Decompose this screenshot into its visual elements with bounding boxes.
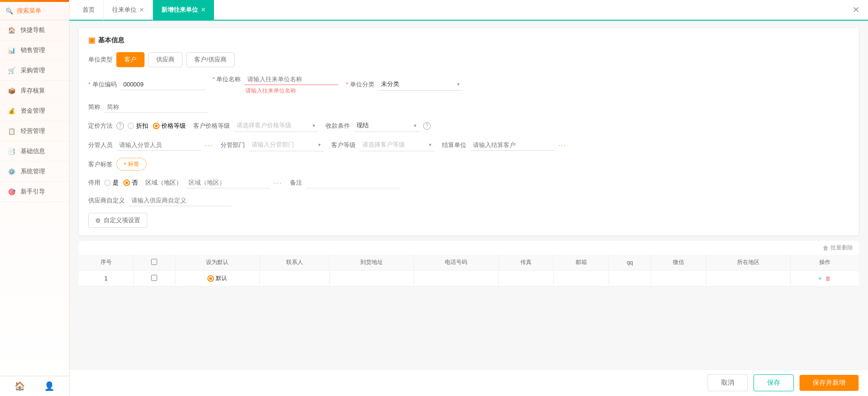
card-title: ▣ 基本信息 [88, 36, 849, 45]
pricing-label: 定价方法 [88, 122, 113, 130]
sidebar-item-guide[interactable]: 🎯新手引导 [0, 182, 69, 202]
manager-more-btn[interactable]: ··· [205, 141, 213, 149]
sidebar-label-purchase: 采购管理 [21, 66, 45, 75]
disabled-radio-group: 是 否 [104, 179, 138, 187]
disabled-no-radio[interactable] [123, 179, 130, 186]
pricing-level-label: 价格等级 [161, 122, 186, 130]
sidebar-search[interactable]: 🔍 搜索菜单 [0, 2, 69, 20]
region-more-btn[interactable]: ··· [274, 179, 282, 186]
sidebar-label-sales: 销售管理 [21, 46, 45, 54]
del-contact-btn[interactable]: 🗑 [825, 275, 831, 282]
category-select[interactable]: 未分类 ▾ [378, 78, 463, 91]
save-button[interactable]: 保存 [754, 374, 794, 391]
tab-bar: 首页往来单位✕新增往来单位✕ ✕ [69, 0, 868, 21]
disabled-row: 停用 是 否 区域（地区） ··· [88, 177, 849, 188]
pricing-level-option[interactable]: 价格等级 [153, 122, 186, 130]
supplier-custom-group: 供应商自定义 [88, 195, 232, 206]
row-checkbox[interactable] [151, 275, 157, 281]
sidebar-item-quick-nav[interactable]: 🏠快捷导航 [0, 20, 69, 40]
table-cell-0-0: 1 [79, 271, 133, 287]
disabled-yes-radio[interactable] [104, 179, 111, 186]
manager-input[interactable] [116, 140, 201, 151]
tab-close-new-contact[interactable]: ✕ [201, 7, 206, 13]
disabled-label: 停用 [88, 179, 100, 187]
add-contact-btn[interactable]: + [818, 275, 822, 282]
settlement-input[interactable] [470, 140, 555, 151]
footer: 取消 保存 保存并新增 [69, 369, 868, 396]
sidebar-label-system: 系统管理 [21, 167, 45, 176]
unit-type-group: 单位类型 客户 供应商 客户/供应商 [88, 52, 235, 67]
customer-price-select[interactable]: 请选择客户价格等级 ▾ [234, 119, 318, 132]
sidebar-item-purchase[interactable]: 🛒采购管理 [0, 61, 69, 81]
name-label: 单位名称 [213, 75, 241, 84]
table-cell-0-2: 默认 [175, 271, 259, 287]
table-header-5: 电话号码 [414, 255, 498, 271]
dept-placeholder: 请输入分管部门 [251, 140, 294, 149]
region-input[interactable] [186, 177, 270, 188]
table-header-row: 序号设为默认联系人到货地址电话号码传真邮箱qq微信所在地区操作 [79, 255, 859, 271]
sidebar-label-basic-info: 基础信息 [21, 147, 45, 155]
short-name-input[interactable] [104, 101, 207, 113]
customer-level-select[interactable]: 请选择客户等级 ▾ [359, 139, 434, 151]
tab-contacts[interactable]: 往来单位✕ [104, 0, 153, 20]
sidebar-icon-system: ⚙️ [8, 167, 16, 176]
cancel-button[interactable]: 取消 [708, 374, 748, 391]
sidebar-item-finance[interactable]: 💰资金管理 [0, 101, 69, 121]
custom-settings-button[interactable]: ⚙ 自定义项设置 [88, 213, 147, 228]
sidebar-user-icon[interactable]: 👤 [44, 381, 54, 391]
close-all-button[interactable]: ✕ [849, 3, 863, 17]
payment-help-icon[interactable]: ? [423, 122, 431, 130]
type-customer-button[interactable]: 客户 [116, 52, 145, 67]
sidebar-item-basic-info[interactable]: 📑基础信息 [0, 141, 69, 162]
customer-level-group: 客户等级 请选择客户等级 ▾ [331, 139, 434, 151]
table-header-9: 微信 [651, 255, 706, 271]
tab-label-home: 首页 [83, 6, 95, 14]
pricing-level-radio[interactable] [153, 123, 160, 129]
table-cell-0-4 [329, 271, 414, 287]
disabled-no-option[interactable]: 否 [123, 179, 138, 187]
sidebar-item-system[interactable]: ⚙️系统管理 [0, 162, 69, 182]
custom-settings-row: ⚙ 自定义项设置 [88, 213, 849, 228]
table-cell-0-9 [651, 271, 706, 287]
pricing-discount-option[interactable]: 折扣 [128, 122, 148, 130]
select-all-checkbox[interactable] [151, 259, 157, 265]
disabled-group: 停用 是 否 [88, 179, 138, 187]
save-new-button[interactable]: 保存并新增 [799, 375, 859, 391]
supplier-custom-input[interactable] [129, 195, 232, 206]
settlement-more-btn[interactable]: ··· [558, 141, 567, 149]
type-supplier-button[interactable]: 供应商 [148, 52, 183, 67]
code-input[interactable] [121, 79, 205, 90]
batch-delete-button[interactable]: 🗑 批量删除 [823, 244, 853, 252]
sidebar-icon-quick-nav: 🏠 [8, 26, 16, 34]
pricing-discount-label: 折扣 [136, 122, 148, 130]
region-group: 区域（地区） ··· [145, 177, 282, 188]
dept-select[interactable]: 请输入分管部门 ▾ [249, 139, 324, 151]
content-area: ▣ 基本信息 单位类型 客户 供应商 客户/供应商 单位编码 [69, 21, 868, 369]
tab-home[interactable]: 首页 [74, 0, 104, 20]
pricing-row: 定价方法 ? 折扣 价格等级 客户价格等级 [88, 119, 849, 132]
manager-label: 分管人员 [88, 141, 113, 149]
sidebar-icon-operations: 📋 [8, 127, 16, 135]
pricing-discount-radio[interactable] [128, 123, 134, 129]
tab-close-contacts[interactable]: ✕ [139, 7, 144, 13]
pricing-help-icon[interactable]: ? [116, 122, 124, 130]
dept-group: 分管部门 请输入分管部门 ▾ [221, 139, 324, 151]
sidebar-item-inventory[interactable]: 📦库存核算 [0, 81, 69, 101]
sidebar-icon-finance: 💰 [8, 107, 16, 115]
disabled-yes-option[interactable]: 是 [104, 179, 119, 187]
remark-group: 备注 [290, 177, 400, 188]
tag-label: 客户标签 [88, 160, 113, 169]
payment-select[interactable]: 现结 ▾ [354, 119, 419, 132]
remark-input[interactable] [306, 177, 400, 188]
code-label: 单位编码 [88, 80, 117, 89]
table-body: 1默认+🗑 [79, 271, 859, 287]
add-tag-button[interactable]: + 标签 [116, 158, 146, 171]
sidebar-item-sales[interactable]: 📊销售管理 [0, 40, 69, 61]
manager-row: 分管人员 ··· 分管部门 请输入分管部门 ▾ 客户等级 请选择客户等级 ▾ [88, 139, 849, 151]
basic-info-card: ▣ 基本信息 单位类型 客户 供应商 客户/供应商 单位编码 [79, 28, 859, 235]
sidebar-item-operations[interactable]: 📋经营管理 [0, 121, 69, 141]
type-both-button[interactable]: 客户/供应商 [186, 52, 235, 67]
name-input[interactable] [244, 74, 338, 85]
sidebar-home-icon[interactable]: 🏠 [15, 381, 25, 391]
tab-new-contact[interactable]: 新增往来单位✕ [153, 0, 214, 20]
